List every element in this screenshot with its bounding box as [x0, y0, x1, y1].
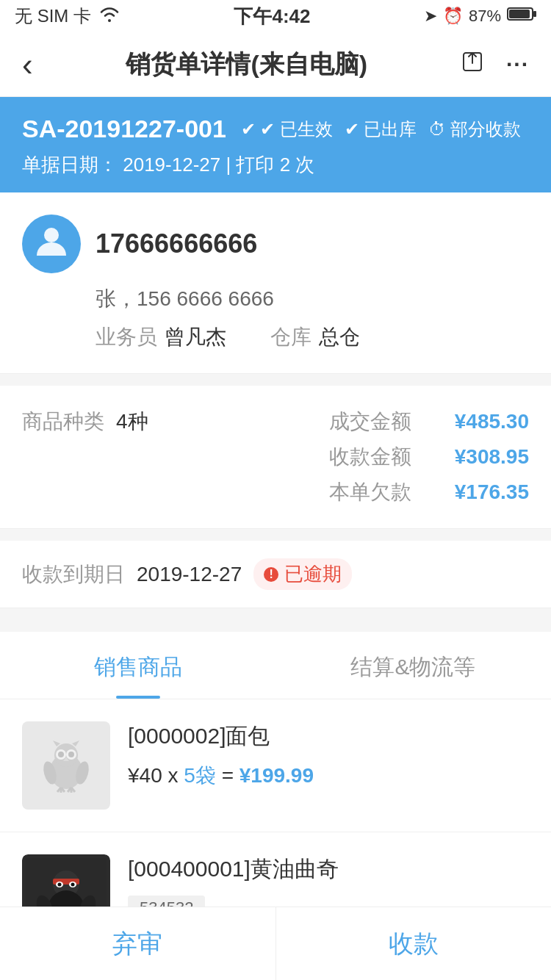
svg-marker-12 — [53, 741, 60, 746]
print-info: | 打印 2 次 — [226, 154, 314, 176]
svg-point-9 — [58, 752, 64, 757]
warehouse-name: 总仓 — [319, 323, 360, 351]
avatar — [22, 215, 81, 273]
product-name-2: [000400001]黄油曲奇 — [128, 854, 529, 884]
check-icon-2: ✔ — [345, 119, 359, 140]
alarm-icon: ⏰ — [443, 7, 463, 26]
sales-label: 业务员 — [96, 323, 157, 351]
summary-section: 商品种类 4种 成交金额 ¥485.30 收款金额 ¥308.95 本单欠款 ¥… — [0, 386, 551, 529]
overdue-badge: ! 已逾期 — [253, 558, 352, 590]
kinds-count: 4种 — [116, 408, 148, 436]
status-left: 无 SIM 卡 — [15, 4, 120, 28]
user-icon — [33, 222, 70, 267]
order-date: 单据日期： 2019-12-27 | 打印 2 次 — [22, 152, 529, 178]
customer-phone: 17666666666 — [96, 228, 257, 259]
order-id: SA-20191227-001 — [22, 115, 226, 143]
battery-icon — [507, 6, 536, 26]
location-icon: ➤ — [424, 7, 437, 26]
date-label: 单据日期： — [22, 154, 118, 176]
warehouse-meta: 仓库 总仓 — [270, 323, 360, 351]
collect-button[interactable]: 收款 — [276, 907, 552, 980]
collected-amount: ¥308.95 — [426, 445, 529, 469]
customer-meta: 业务员 曾凡杰 仓库 总仓 — [96, 323, 529, 351]
tab-products-label: 销售商品 — [94, 655, 182, 679]
product-price-1: ¥40 x 5袋 = ¥199.99 — [128, 762, 529, 790]
customer-contact: 张，156 6666 6666 — [96, 285, 529, 313]
order-badges: ✔ ✔ 已生效 ✔ 已出库 ⏱ 部分收款 — [241, 118, 521, 141]
deal-label: 成交金额 — [329, 408, 411, 436]
overdue-icon: ! — [264, 567, 278, 582]
nav-bar: ‹ 销货单详情(来自电脑) ··· — [0, 32, 551, 97]
price-qty-1: 5袋 — [184, 764, 216, 787]
svg-rect-1 — [533, 11, 536, 17]
product-name-1: [0000002]面包 — [128, 721, 529, 752]
badge-effective: ✔ ✔ 已生效 — [241, 118, 333, 141]
summary-amounts: 成交金额 ¥485.30 收款金额 ¥308.95 本单欠款 ¥176.35 — [329, 408, 529, 506]
page-title: 销货单详情(来自电脑) — [126, 48, 367, 82]
status-right: ➤ ⏰ 87% — [424, 6, 536, 26]
product-item: [0000002]面包 ¥40 x 5袋 = ¥199.99 — [0, 699, 551, 832]
svg-rect-2 — [509, 10, 530, 18]
tab-settlement-label: 结算&物流等 — [350, 655, 475, 679]
sales-meta: 业务员 曾凡杰 — [96, 323, 226, 351]
order-date-value: 2019-12-27 — [123, 154, 220, 176]
share-icon[interactable] — [461, 50, 484, 79]
price-eq-1: = — [222, 764, 240, 787]
summary-kinds: 商品种类 4种 — [22, 408, 148, 436]
bottom-bar: 弃审 收款 — [0, 907, 551, 980]
svg-point-28 — [71, 883, 75, 887]
product-thumb-1 — [22, 721, 110, 810]
due-date-value: 2019-12-27 — [137, 563, 242, 586]
customer-top: 17666666666 — [22, 215, 529, 273]
collect-label: 收款 — [389, 927, 439, 961]
tab-products[interactable]: 销售商品 — [0, 632, 276, 699]
order-header: SA-20191227-001 ✔ ✔ 已生效 ✔ 已出库 ⏱ 部分收款 单据日… — [0, 97, 551, 192]
status-time: 下午4:42 — [234, 4, 310, 29]
cancel-button[interactable]: 弃审 — [0, 907, 276, 980]
customer-section: 17666666666 张，156 6666 6666 业务员 曾凡杰 仓库 总… — [0, 192, 551, 374]
svg-marker-13 — [72, 741, 79, 746]
due-label: 收款到期日 — [22, 561, 125, 588]
collected-amount-row: 收款金额 ¥308.95 — [329, 443, 529, 471]
sales-name: 曾凡杰 — [165, 323, 226, 351]
debt-label: 本单欠款 — [329, 478, 411, 506]
clock-icon: ⏱ — [428, 119, 446, 140]
collected-label: 收款金额 — [329, 443, 411, 471]
overdue-text: 已逾期 — [284, 561, 342, 587]
debt-amount-row: 本单欠款 ¥176.35 — [329, 478, 529, 506]
sim-status: 无 SIM 卡 — [15, 4, 91, 28]
status-bar: 无 SIM 卡 下午4:42 ➤ ⏰ 87% — [0, 0, 551, 32]
svg-point-4 — [44, 228, 59, 242]
badge-partial: ⏱ 部分收款 — [428, 118, 521, 141]
kinds-label: 商品种类 — [22, 408, 104, 436]
tab-bar: 销售商品 结算&物流等 — [0, 632, 551, 699]
price-total-1: ¥199.99 — [240, 764, 314, 787]
cancel-label: 弃审 — [112, 927, 162, 961]
battery-level: 87% — [469, 7, 501, 26]
deal-amount: ¥485.30 — [426, 410, 529, 433]
badge-shipped: ✔ 已出库 — [345, 118, 417, 141]
product-info-1: [0000002]面包 ¥40 x 5袋 = ¥199.99 — [128, 721, 529, 790]
svg-point-10 — [68, 752, 74, 757]
debt-amount: ¥176.35 — [426, 480, 529, 504]
deal-amount-row: 成交金额 ¥485.30 — [329, 408, 529, 436]
section-divider — [0, 608, 551, 620]
tab-settlement[interactable]: 结算&物流等 — [276, 632, 551, 699]
wifi-icon — [98, 6, 120, 26]
more-icon[interactable]: ··· — [506, 52, 529, 77]
due-section: 收款到期日 2019-12-27 ! 已逾期 — [0, 541, 551, 608]
summary-row: 商品种类 4种 成交金额 ¥485.30 收款金额 ¥308.95 本单欠款 ¥… — [22, 408, 529, 506]
check-icon-1: ✔ — [241, 119, 256, 140]
price-base-1: ¥40 x — [128, 764, 184, 787]
svg-point-27 — [58, 883, 62, 887]
warehouse-label: 仓库 — [270, 323, 311, 351]
owl-image — [22, 721, 110, 810]
back-button[interactable]: ‹ — [22, 46, 33, 83]
nav-actions: ··· — [461, 50, 529, 79]
